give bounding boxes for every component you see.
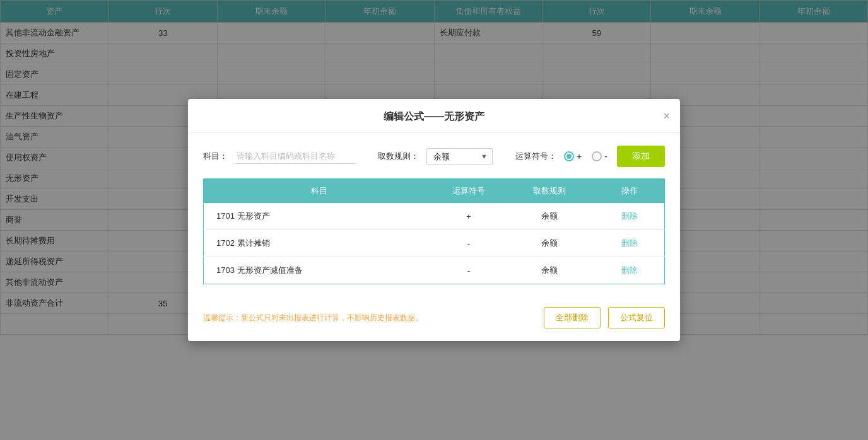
formula-table: 科目 运算符号 取数规则 操作 1701 无形资产 + 余额 删除 1702 累… [203,178,665,284]
modal-footer: 温馨提示：新公式只对未出报表进行计算，不影响历史报表数据。 全部删除 公式复位 [188,297,680,341]
cell-operator: - [434,230,503,257]
operator-label: 运算符号： [515,151,556,162]
col-rule: 取数规则 [503,179,595,204]
cell-action: 删除 [595,230,665,257]
modal-header: 编辑公式——无形资产 × [188,99,680,133]
delete-link[interactable]: 删除 [621,238,638,248]
col-action: 操作 [595,179,665,204]
footer-actions: 全部删除 公式复位 [544,307,665,328]
cell-subject: 1701 无形资产 [204,203,435,230]
form-row: 科目： 取数规则： 余额借方发生额贷方发生额 ▼ 运算符号： + [203,146,665,167]
table-row: 1703 无形资产减值准备 - 余额 删除 [204,257,665,284]
cell-subject: 1702 累计摊销 [204,230,435,257]
add-button[interactable]: 添加 [617,146,665,167]
table-row: 1701 无形资产 + 余额 删除 [204,203,665,230]
rule-label: 取数规则： [378,151,419,162]
subject-input[interactable] [235,149,355,164]
delete-all-button[interactable]: 全部删除 [544,307,601,328]
modal: 编辑公式——无形资产 × 科目： 取数规则： 余额借方发生额贷方发生额 ▼ 运算… [188,99,680,341]
cell-action: 删除 [595,203,665,230]
cell-operator: - [434,257,503,284]
cell-action: 删除 [595,257,665,284]
col-operator: 运算符号 [434,179,503,204]
cell-subject: 1703 无形资产减值准备 [204,257,435,284]
delete-link[interactable]: 删除 [621,265,638,275]
cell-rule: 余额 [503,257,595,284]
modal-body: 科目： 取数规则： 余额借方发生额贷方发生额 ▼ 运算符号： + [188,133,680,297]
operator-minus-label: - [604,151,607,161]
cell-rule: 余额 [503,230,595,257]
delete-link[interactable]: 删除 [621,211,638,221]
reset-formula-button[interactable]: 公式复位 [608,307,665,328]
modal-close-button[interactable]: × [663,110,670,122]
modal-title: 编辑公式——无形资产 [384,111,484,122]
footer-tip: 温馨提示：新公式只对未出报表进行计算，不影响历史报表数据。 [203,313,423,323]
table-row: 1702 累计摊销 - 余额 删除 [204,230,665,257]
operator-plus-item[interactable]: + [564,151,582,161]
operator-minus-radio[interactable] [592,151,602,161]
subject-label: 科目： [203,151,228,162]
operator-plus-label: + [577,151,582,161]
operator-plus-radio[interactable] [564,151,574,161]
modal-overlay: 编辑公式——无形资产 × 科目： 取数规则： 余额借方发生额贷方发生额 ▼ 运算… [0,0,868,440]
col-subject: 科目 [204,179,435,204]
cell-operator: + [434,203,503,230]
rule-select[interactable]: 余额借方发生额贷方发生额 [426,148,493,165]
operator-radio-group: + - [564,151,607,161]
cell-rule: 余额 [503,203,595,230]
rule-select-wrapper: 余额借方发生额贷方发生额 ▼ [426,148,493,165]
operator-minus-item[interactable]: - [592,151,607,161]
